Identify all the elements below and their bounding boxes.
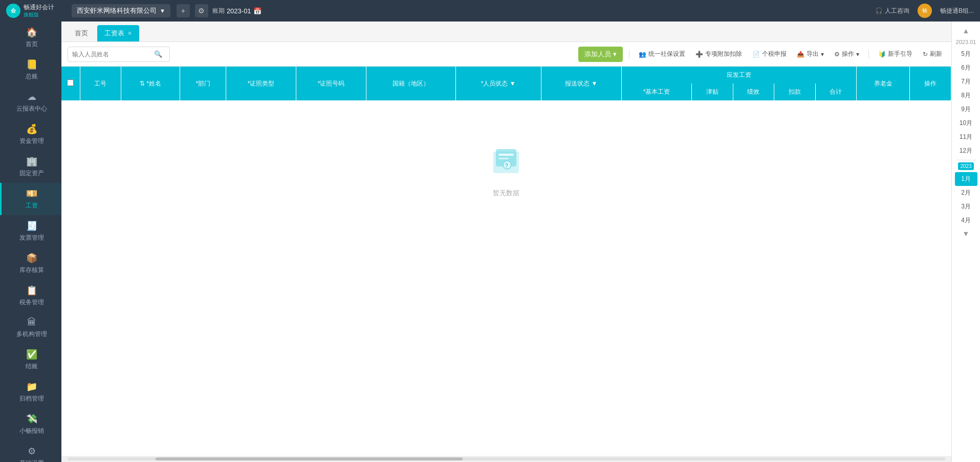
empty-icon: ? — [486, 141, 527, 182]
sidebar-item-archive[interactable]: 📁 归档管理 — [0, 376, 61, 408]
sidebar-label-multi: 多机构管理 — [16, 330, 47, 339]
salary-icon: 💴 — [26, 188, 37, 199]
asset-icon: 🏢 — [26, 156, 37, 167]
sidebar-item-inventory[interactable]: 📦 库存核算 — [0, 247, 61, 280]
main-layout: 🏠 首页 📒 总账 ☁ 云报表中心 💰 资金管理 🏢 固定资产 💴 工资 🧾 发… — [0, 22, 980, 462]
month-item-8[interactable]: 8月 — [955, 89, 977, 102]
tab-home[interactable]: 首页 — [68, 25, 95, 41]
th-total: 合计 — [815, 83, 857, 100]
sidebar-item-settle[interactable]: ✅ 结账 — [0, 344, 61, 376]
th-performance: 绩效 — [733, 83, 774, 100]
month-item-10[interactable]: 10月 — [955, 116, 977, 130]
tax-report-btn[interactable]: 📄 个税申报 — [749, 48, 790, 60]
sidebar-item-cloud[interactable]: ☁ 云报表中心 — [0, 86, 61, 118]
th-report-status[interactable]: 报送状态 ▼ — [541, 67, 622, 100]
ledger-icon: 📒 — [26, 59, 37, 70]
top-header: 会 畅通好会计 旗舰版 西安虾米网络科技有限公司 ▼ + ⚙ 账期 2023-0… — [0, 0, 980, 22]
content-area: 首页 工资表 ✕ 🔍 添加人员 ▾ 👥 统一社保设置 — [61, 22, 951, 462]
tab-home-label: 首页 — [75, 29, 88, 38]
add-person-label: 添加人员 — [584, 50, 611, 59]
company-name: 西安虾米网络科技有限公司 — [77, 6, 157, 15]
panel-down-btn[interactable]: ▼ — [960, 227, 972, 240]
th-deduction: 扣款 — [774, 83, 816, 100]
bottom-scrollbar[interactable] — [61, 456, 951, 462]
month-item-12[interactable]: 12月 — [955, 144, 977, 158]
panel-up-btn[interactable]: ▲ — [960, 25, 972, 37]
th-pension: 养老金 — [857, 67, 910, 100]
export-btn[interactable]: 📤 导出 ▾ — [794, 48, 827, 60]
month-item-11[interactable]: 11月 — [955, 130, 977, 144]
sidebar-item-tax[interactable]: 📋 税务管理 — [0, 280, 61, 312]
th-idtype: *证照类型 — [226, 67, 296, 100]
th-action: 操作 — [910, 67, 951, 100]
sidebar-item-ledger[interactable]: 📒 总账 — [0, 54, 61, 86]
right-panel: ▲ 2023.01 5月 6月 7月 8月 9月 10月 11月 12月 202… — [951, 22, 980, 462]
fund-icon: 💰 — [26, 123, 37, 135]
company-dropdown-icon[interactable]: ▼ — [160, 8, 165, 14]
month-item-9[interactable]: 9月 — [955, 102, 977, 116]
status-filter-icon[interactable]: ▼ — [510, 80, 516, 87]
sidebar-label-fund: 资金管理 — [19, 137, 44, 145]
report-filter-icon[interactable]: ▼ — [592, 80, 598, 87]
month-item-7[interactable]: 7月 — [955, 75, 977, 89]
sidebar-item-invoice[interactable]: 🧾 发票管理 — [0, 215, 61, 247]
sidebar-label-cloud: 云报表中心 — [16, 104, 47, 113]
sidebar-label-tax: 税务管理 — [19, 298, 44, 307]
sidebar-item-home[interactable]: 🏠 首页 — [0, 22, 61, 54]
panel-divider — [956, 160, 976, 160]
select-all-checkbox[interactable] — [67, 79, 74, 86]
sidebar-item-salary[interactable]: 💴 工资 — [0, 183, 61, 215]
th-checkbox[interactable] — [61, 67, 80, 100]
operate-label: 操作 — [842, 50, 854, 58]
salary-table: 工号 ⇅ *姓名 *部门 *证照类型 *证照号码 国籍（地区） *人员状态 ▼ … — [61, 67, 951, 239]
search-input-wrap[interactable]: 🔍 — [68, 47, 170, 62]
export-icon: 📤 — [797, 51, 804, 58]
tab-salary[interactable]: 工资表 ✕ — [97, 25, 139, 41]
sidebar-label-settle: 结账 — [26, 362, 38, 371]
th-number: 工号 — [80, 67, 121, 100]
operate-icon: ⚙ — [834, 51, 840, 58]
special-deduction-btn[interactable]: ➕ 专项附加扣除 — [692, 48, 745, 60]
sidebar-item-multi[interactable]: 🏛 多机构管理 — [0, 312, 61, 344]
calendar-icon[interactable]: 📅 — [253, 7, 262, 15]
th-idno: *证照号码 — [296, 67, 366, 100]
sidebar-item-settings[interactable]: ⚙ 基础设置 — [0, 440, 61, 462]
add-company-btn[interactable]: + — [177, 4, 190, 17]
company-selector[interactable]: 西安虾米网络科技有限公司 ▼ — [72, 4, 170, 17]
tab-bar: 首页 工资表 ✕ — [61, 22, 951, 42]
scroll-thumb[interactable] — [156, 457, 463, 460]
month-item-6[interactable]: 6月 — [955, 61, 977, 75]
th-status[interactable]: *人员状态 ▼ — [455, 67, 541, 100]
toolbar-separator-2 — [868, 50, 869, 59]
month-item-2[interactable]: 2月 — [955, 186, 977, 200]
th-name[interactable]: ⇅ *姓名 — [121, 67, 180, 100]
sidebar-label-archive: 归档管理 — [19, 394, 44, 403]
operate-btn[interactable]: ⚙ 操作 ▾ — [831, 48, 862, 60]
tab-salary-label: 工资表 — [104, 29, 124, 38]
tab-close-icon[interactable]: ✕ — [127, 30, 132, 37]
svg-rect-3 — [498, 158, 509, 159]
month-item-1[interactable]: 1月 — [955, 172, 977, 186]
month-item-4[interactable]: 4月 — [955, 214, 977, 227]
scroll-track[interactable] — [68, 457, 945, 460]
new-guide-btn[interactable]: 🔰 新手引导 — [875, 48, 916, 60]
sidebar-item-expense[interactable]: 💸 小畅报销 — [0, 408, 61, 440]
period-label: 账期 — [212, 7, 225, 15]
empty-state: ? 暂无数据 — [61, 100, 951, 239]
export-label: 导出 — [807, 50, 819, 58]
social-settings-btn[interactable]: 👥 统一社保设置 — [636, 48, 688, 60]
user-avatar: 畅 — [918, 4, 932, 18]
sidebar-item-fund[interactable]: 💰 资金管理 — [0, 118, 61, 151]
search-input[interactable] — [72, 51, 154, 58]
th-basic-salary: *基本工资 — [622, 83, 692, 100]
expense-icon: 💸 — [26, 413, 37, 425]
service-btn[interactable]: 🎧 人工咨询 — [875, 7, 909, 15]
add-person-btn[interactable]: 添加人员 ▾ — [578, 47, 623, 62]
month-item-5[interactable]: 5月 — [955, 47, 977, 61]
panel-year-label: 2023.01 — [956, 37, 976, 47]
month-item-3[interactable]: 3月 — [955, 200, 977, 214]
sidebar-item-asset[interactable]: 🏢 固定资产 — [0, 151, 61, 183]
refresh-btn[interactable]: ↻ 刷新 — [920, 48, 945, 60]
settings-btn[interactable]: ⚙ — [195, 4, 208, 17]
app-name: 畅通好会计 旗舰版 — [24, 4, 54, 18]
